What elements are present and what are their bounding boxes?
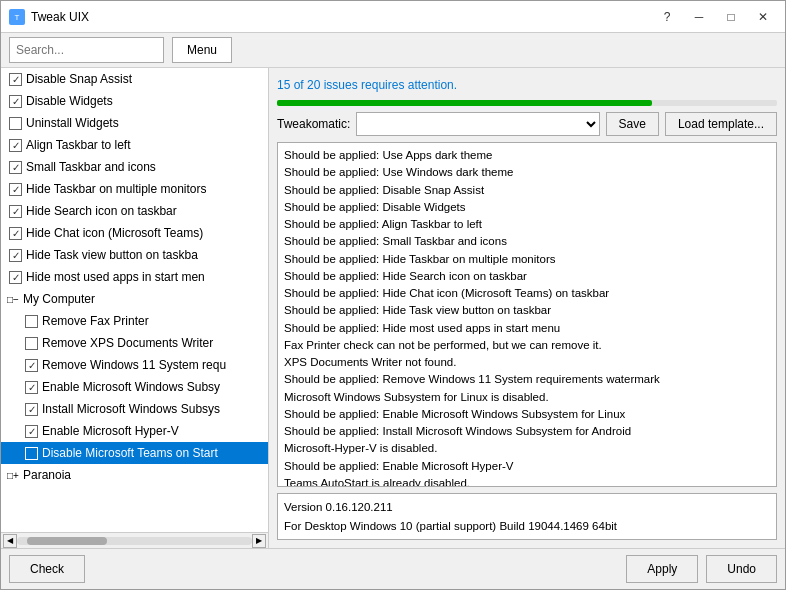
undo-button[interactable]: Undo xyxy=(706,555,777,583)
label-hide-most-used: Hide most used apps in start men xyxy=(26,270,205,284)
progress-bar-fill xyxy=(277,100,652,106)
scrollbar-thumb-h[interactable] xyxy=(27,537,107,545)
checkbox-remove-fax-printer[interactable] xyxy=(25,315,38,328)
section-paranoia[interactable]: □+ Paranoia xyxy=(1,464,268,486)
checkbox-uninstall-widgets[interactable] xyxy=(9,117,22,130)
label-install-wsl-android: Install Microsoft Windows Subsys xyxy=(42,402,220,416)
apply-button[interactable]: Apply xyxy=(626,555,698,583)
bottom-bar: Check Apply Undo xyxy=(1,548,785,589)
help-button[interactable]: ? xyxy=(653,7,681,27)
log-line: Should be applied: Enable Microsoft Hype… xyxy=(284,458,770,475)
label-disable-teams: Disable Microsoft Teams on Start xyxy=(42,446,218,460)
label-paranoia: Paranoia xyxy=(23,468,71,482)
checkbox-remove-win-req[interactable] xyxy=(25,359,38,372)
checkbox-enable-hyper-v[interactable] xyxy=(25,425,38,438)
close-button[interactable]: ✕ xyxy=(749,7,777,27)
log-line: Should be applied: Enable Microsoft Wind… xyxy=(284,406,770,423)
log-line: Should be applied: Use Windows dark them… xyxy=(284,164,770,181)
scroll-left-button[interactable]: ◀ xyxy=(3,534,17,548)
tree-item-disable-snap-assist[interactable]: Disable Snap Assist xyxy=(1,68,268,90)
checkbox-disable-snap-assist[interactable] xyxy=(9,73,22,86)
log-line: Should be applied: Hide Chat icon (Micro… xyxy=(284,285,770,302)
tweakomatic-label: Tweakomatic: xyxy=(277,117,350,131)
menu-button[interactable]: Menu xyxy=(172,37,232,63)
tree-area[interactable]: Disable Snap Assist Disable Widgets Unin… xyxy=(1,68,268,532)
check-button[interactable]: Check xyxy=(9,555,85,583)
label-enable-hyper-v: Enable Microsoft Hyper-V xyxy=(42,424,179,438)
tree-item-disable-teams[interactable]: Disable Microsoft Teams on Start xyxy=(1,442,268,464)
load-template-button[interactable]: Load template... xyxy=(665,112,777,136)
log-line: Fax Printer check can not be performed, … xyxy=(284,337,770,354)
search-input[interactable] xyxy=(9,37,164,63)
tree-item-enable-wsl[interactable]: Enable Microsoft Windows Subsy xyxy=(1,376,268,398)
tree-item-remove-xps[interactable]: Remove XPS Documents Writer xyxy=(1,332,268,354)
checkbox-disable-widgets[interactable] xyxy=(9,95,22,108)
label-my-computer: My Computer xyxy=(23,292,95,306)
section-my-computer[interactable]: □− My Computer xyxy=(1,288,268,310)
build-text: For Desktop Windows 10 (partial support)… xyxy=(284,517,770,535)
checkbox-enable-wsl[interactable] xyxy=(25,381,38,394)
tree-item-install-wsl-android[interactable]: Install Microsoft Windows Subsys xyxy=(1,398,268,420)
tree-item-hide-most-used[interactable]: Hide most used apps in start men xyxy=(1,266,268,288)
svg-text:T: T xyxy=(15,13,20,22)
log-line: Should be applied: Disable Snap Assist xyxy=(284,182,770,199)
log-line: Should be applied: Hide Taskbar on multi… xyxy=(284,251,770,268)
label-disable-snap-assist: Disable Snap Assist xyxy=(26,72,132,86)
tree-item-uninstall-widgets[interactable]: Uninstall Widgets xyxy=(1,112,268,134)
tree-item-hide-task-view[interactable]: Hide Task view button on taskba xyxy=(1,244,268,266)
checkbox-hide-search-icon[interactable] xyxy=(9,205,22,218)
right-panel: 15 of 20 issues requires attention. Twea… xyxy=(269,68,785,548)
label-small-taskbar: Small Taskbar and icons xyxy=(26,160,156,174)
label-uninstall-widgets: Uninstall Widgets xyxy=(26,116,119,130)
checkbox-remove-xps[interactable] xyxy=(25,337,38,350)
checkbox-hide-chat-icon[interactable] xyxy=(9,227,22,240)
tree-item-hide-chat-icon[interactable]: Hide Chat icon (Microsoft Teams) xyxy=(1,222,268,244)
log-line: Teams AutoStart is already disabled. xyxy=(284,475,770,487)
save-button[interactable]: Save xyxy=(606,112,659,136)
log-line: Should be applied: Install Microsoft Win… xyxy=(284,423,770,440)
label-disable-widgets: Disable Widgets xyxy=(26,94,113,108)
horizontal-scrollbar[interactable]: ◀ ▶ xyxy=(1,532,268,548)
log-line: XPS Documents Writer not found. xyxy=(284,354,770,371)
log-area[interactable]: Should be applied: Use Apps dark theme S… xyxy=(277,142,777,487)
title-bar: T Tweak UIX ? ─ □ ✕ xyxy=(1,1,785,33)
tree-item-hide-taskbar-monitors[interactable]: Hide Taskbar on multiple monitors xyxy=(1,178,268,200)
main-content: Disable Snap Assist Disable Widgets Unin… xyxy=(1,68,785,548)
maximize-button[interactable]: □ xyxy=(717,7,745,27)
checkbox-hide-most-used[interactable] xyxy=(9,271,22,284)
label-hide-task-view: Hide Task view button on taskba xyxy=(26,248,198,262)
label-enable-wsl: Enable Microsoft Windows Subsy xyxy=(42,380,220,394)
tree-item-hide-search-icon[interactable]: Hide Search icon on taskbar xyxy=(1,200,268,222)
log-line: Should be applied: Remove Windows 11 Sys… xyxy=(284,371,770,388)
tree-item-disable-widgets[interactable]: Disable Widgets xyxy=(1,90,268,112)
tree-item-enable-hyper-v[interactable]: Enable Microsoft Hyper-V xyxy=(1,420,268,442)
checkbox-small-taskbar[interactable] xyxy=(9,161,22,174)
bottom-bar-right: Apply Undo xyxy=(626,555,777,583)
scrollbar-track-h xyxy=(17,537,252,545)
tree-item-align-taskbar[interactable]: Align Taskbar to left xyxy=(1,134,268,156)
tree-item-remove-win-req[interactable]: Remove Windows 11 System requ xyxy=(1,354,268,376)
expand-my-computer-icon: □− xyxy=(5,291,21,307)
checkbox-hide-taskbar-monitors[interactable] xyxy=(9,183,22,196)
label-remove-xps: Remove XPS Documents Writer xyxy=(42,336,213,350)
tree-item-small-taskbar[interactable]: Small Taskbar and icons xyxy=(1,156,268,178)
log-line: Should be applied: Hide most used apps i… xyxy=(284,320,770,337)
expand-paranoia-icon: □+ xyxy=(5,467,21,483)
log-line: Microsoft Windows Subsystem for Linux is… xyxy=(284,389,770,406)
checkbox-install-wsl-android[interactable] xyxy=(25,403,38,416)
log-line: Should be applied: Hide Search icon on t… xyxy=(284,268,770,285)
checkbox-disable-teams[interactable] xyxy=(25,447,38,460)
label-hide-taskbar-monitors: Hide Taskbar on multiple monitors xyxy=(26,182,207,196)
tweakomatic-select[interactable] xyxy=(356,112,599,136)
label-hide-chat-icon: Hide Chat icon (Microsoft Teams) xyxy=(26,226,203,240)
log-line: Should be applied: Use Apps dark theme xyxy=(284,147,770,164)
scroll-right-button[interactable]: ▶ xyxy=(252,534,266,548)
checkbox-hide-task-view[interactable] xyxy=(9,249,22,262)
label-hide-search-icon: Hide Search icon on taskbar xyxy=(26,204,177,218)
tree-item-remove-fax-printer[interactable]: Remove Fax Printer xyxy=(1,310,268,332)
label-remove-win-req: Remove Windows 11 System requ xyxy=(42,358,226,372)
checkbox-align-taskbar[interactable] xyxy=(9,139,22,152)
window-title: Tweak UIX xyxy=(31,10,89,24)
minimize-button[interactable]: ─ xyxy=(685,7,713,27)
tweakomatic-row: Tweakomatic: Save Load template... xyxy=(277,112,777,136)
